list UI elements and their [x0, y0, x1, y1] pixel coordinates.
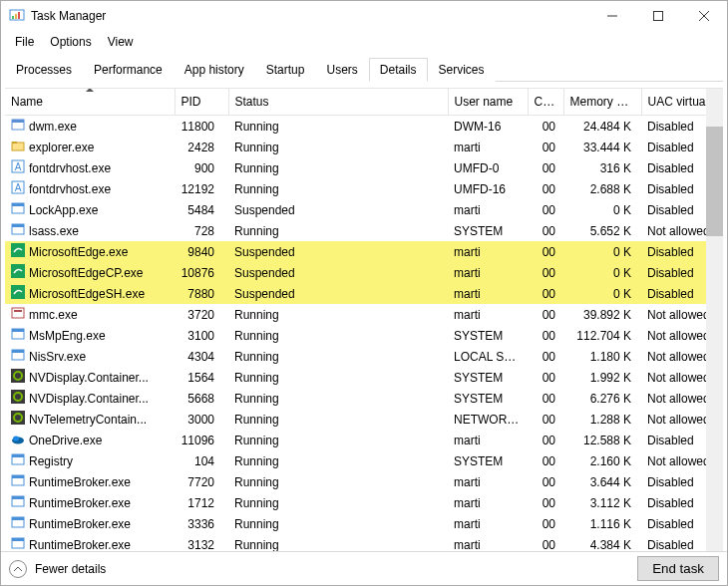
process-cpu: 00 [528, 262, 563, 283]
table-row[interactable]: RuntimeBroker.exe7720Runningmarti003.644… [5, 471, 723, 492]
col-status[interactable]: Status [228, 89, 448, 116]
table-row[interactable]: LockApp.exe5484Suspendedmarti000 KDisabl… [5, 199, 723, 220]
process-pid: 10876 [175, 262, 228, 283]
process-memory: 1.992 K [563, 367, 641, 388]
process-icon [11, 473, 25, 490]
tab-processes[interactable]: Processes [5, 58, 83, 82]
fewer-details-toggle[interactable] [9, 560, 27, 578]
table-row[interactable]: RuntimeBroker.exe3132Runningmarti004.384… [5, 534, 723, 551]
process-status: Suspended [228, 283, 448, 304]
table-row[interactable]: Registry104RunningSYSTEM002.160 KNot all… [5, 450, 723, 471]
process-name: NvTelemetryContain... [29, 413, 147, 427]
svg-rect-20 [11, 243, 25, 257]
process-status: Running [228, 513, 448, 534]
col-memory[interactable]: Memory (a... [563, 89, 641, 116]
process-pid: 3336 [175, 513, 228, 534]
tab-details[interactable]: Details [369, 58, 428, 82]
process-memory: 4.384 K [563, 534, 641, 551]
process-memory: 0 K [563, 241, 641, 262]
table-row[interactable]: dwm.exe11800RunningDWM-160024.484 KDisab… [5, 116, 723, 138]
process-pid: 4304 [175, 346, 228, 367]
table-row[interactable]: RuntimeBroker.exe1712Runningmarti003.112… [5, 492, 723, 513]
process-memory: 33.444 K [563, 137, 641, 157]
tab-performance[interactable]: Performance [83, 58, 174, 82]
table-row[interactable]: MicrosoftEdge.exe9840Suspendedmarti000 K… [5, 241, 723, 262]
process-status: Running [228, 471, 448, 492]
process-cpu: 00 [528, 492, 563, 513]
tab-users[interactable]: Users [315, 58, 368, 82]
col-cpu[interactable]: CPU [528, 89, 563, 116]
table-row[interactable]: MicrosoftEdgeSH.exe7880Suspendedmarti000… [5, 283, 723, 304]
table-row[interactable]: mmc.exe3720Runningmarti0039.892 KNot all… [5, 304, 723, 325]
title-bar: Task Manager [1, 1, 727, 31]
process-user: marti [448, 283, 528, 304]
footer: Fewer details End task [1, 551, 727, 585]
table-row[interactable]: lsass.exe728RunningSYSTEM005.652 KNot al… [5, 220, 723, 241]
col-user[interactable]: User name [448, 89, 528, 116]
process-status: Suspended [228, 241, 448, 262]
svg-rect-40 [12, 475, 24, 478]
menu-file[interactable]: File [7, 33, 42, 51]
process-pid: 3720 [175, 304, 228, 325]
svg-rect-22 [11, 285, 25, 299]
process-icon [11, 411, 25, 428]
col-name[interactable]: Name [5, 89, 175, 116]
maximize-button[interactable] [635, 1, 681, 31]
menu-view[interactable]: View [100, 33, 142, 51]
svg-point-36 [13, 437, 19, 441]
tabs: Processes Performance App history Startu… [5, 57, 723, 82]
process-status: Running [228, 409, 448, 430]
process-pid: 5484 [175, 199, 228, 220]
process-memory: 0 K [563, 283, 641, 304]
table-row[interactable]: explorer.exe2428Runningmarti0033.444 KDi… [5, 137, 723, 157]
menu-options[interactable]: Options [42, 33, 99, 51]
process-cpu: 00 [528, 388, 563, 409]
svg-rect-42 [12, 496, 24, 499]
table-row[interactable]: MsMpEng.exe3100RunningSYSTEM00112.704 KN… [5, 325, 723, 346]
svg-rect-17 [12, 203, 24, 206]
process-memory: 112.704 K [563, 325, 641, 346]
table-row[interactable]: Afontdrvhost.exe12192RunningUMFD-16002.6… [5, 178, 723, 199]
fewer-details-label[interactable]: Fewer details [35, 562, 106, 576]
process-cpu: 00 [528, 450, 563, 471]
tab-app-history[interactable]: App history [174, 58, 255, 82]
process-icon [11, 285, 25, 302]
process-cpu: 00 [528, 199, 563, 220]
table-row[interactable]: NVDisplay.Container...1564RunningSYSTEM0… [5, 367, 723, 388]
table-row[interactable]: OneDrive.exe11096Runningmarti0012.588 KD… [5, 430, 723, 450]
svg-rect-5 [654, 12, 663, 21]
table-row[interactable]: NVDisplay.Container...5668RunningSYSTEM0… [5, 388, 723, 409]
process-user: SYSTEM [448, 388, 528, 409]
process-icon [11, 118, 25, 135]
table-row[interactable]: NisSrv.exe4304RunningLOCAL SE...001.180 … [5, 346, 723, 367]
scrollbar-track[interactable] [706, 89, 723, 551]
svg-rect-3 [18, 12, 20, 19]
process-icon [11, 432, 25, 448]
scrollbar-thumb[interactable] [706, 127, 723, 236]
process-pid: 11096 [175, 430, 228, 450]
process-memory: 24.484 K [563, 116, 641, 138]
process-pid: 11800 [175, 116, 228, 138]
svg-rect-28 [12, 350, 24, 353]
tab-services[interactable]: Services [428, 58, 496, 82]
table-row[interactable]: RuntimeBroker.exe3336Runningmarti001.116… [5, 513, 723, 534]
svg-rect-38 [12, 454, 24, 457]
close-button[interactable] [681, 1, 727, 31]
process-name: lsass.exe [29, 224, 79, 238]
table-row[interactable]: NvTelemetryContain...3000RunningNETWORK.… [5, 409, 723, 430]
menu-bar: File Options View [1, 31, 727, 53]
minimize-button[interactable] [589, 1, 635, 31]
end-task-button[interactable]: End task [637, 556, 719, 581]
table-row[interactable]: Afontdrvhost.exe900RunningUMFD-000316 KD… [5, 157, 723, 178]
col-pid[interactable]: PID [175, 89, 228, 116]
process-cpu: 00 [528, 220, 563, 241]
process-pid: 728 [175, 220, 228, 241]
table-row[interactable]: MicrosoftEdgeCP.exe10876Suspendedmarti00… [5, 262, 723, 283]
svg-rect-23 [12, 308, 24, 318]
process-icon [11, 390, 25, 407]
tab-startup[interactable]: Startup [255, 58, 316, 82]
process-pid: 2428 [175, 137, 228, 157]
process-user: DWM-16 [448, 116, 528, 138]
process-name: MsMpEng.exe [29, 329, 106, 343]
process-status: Suspended [228, 262, 448, 283]
